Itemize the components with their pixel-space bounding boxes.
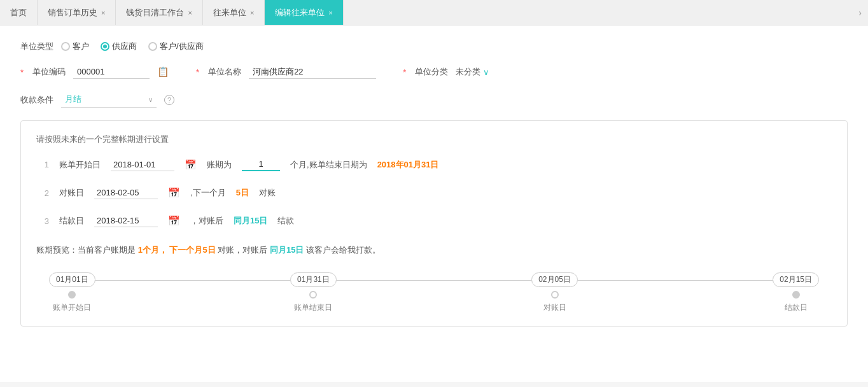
unit-name-star: * <box>196 67 199 77</box>
step-1-row: 1 账单开始日 📅 账期为 个月,账单结束日期为 2018年01月31日 <box>36 158 832 171</box>
timeline-dot-3 <box>551 291 559 299</box>
unit-type-label: 单位类型 <box>20 41 53 52</box>
unit-code-star: * <box>20 67 24 77</box>
tab-home-label: 首页 <box>10 7 27 18</box>
step-1-text-after: 个月,账单结束日期为 <box>290 159 367 171</box>
preview-part2: 下一个月5日 <box>169 245 215 255</box>
tab-cash-work-close[interactable]: × <box>188 9 192 17</box>
step-2-num: 2 <box>36 188 49 198</box>
timeline-label-2: 账单结束日 <box>294 302 332 313</box>
tabs-more-button[interactable]: › <box>852 0 868 25</box>
timeline-dot-1 <box>68 291 76 299</box>
unit-category-value: 未分类 <box>456 66 480 78</box>
preview-mid: 对账，对账后 <box>218 245 267 255</box>
tab-edit-partner-label: 编辑往来单位 <box>275 7 325 18</box>
tab-edit-partner[interactable]: 编辑往来单位 × <box>265 0 343 25</box>
timeline-points: 01月01日 账单开始日 01月31日 账单结束日 02月05日 <box>49 272 819 313</box>
unit-category-arrow-icon: ∨ <box>483 67 489 77</box>
step-3-calendar-icon[interactable]: 📅 <box>168 215 180 227</box>
timeline-point-4: 02月15日 结款日 <box>773 272 819 313</box>
radio-customer-circle <box>61 42 70 51</box>
unit-category-star: * <box>403 67 406 77</box>
payment-condition-arrow-icon: ∨ <box>148 96 153 103</box>
tab-edit-partner-close[interactable]: × <box>328 9 332 17</box>
step-2-label: 对账日 <box>59 187 84 199</box>
step-3-date-input[interactable] <box>94 215 158 227</box>
preview-end: 该客户会给我打款。 <box>306 245 381 255</box>
radio-both-label: 客户/供应商 <box>160 41 204 52</box>
radio-customer[interactable]: 客户 <box>61 41 89 52</box>
step-3-num: 3 <box>36 216 49 226</box>
step-3-label: 结款日 <box>59 215 84 227</box>
unit-category-select[interactable]: 未分类 ∨ <box>456 66 557 78</box>
timeline-badge-3: 02月05日 <box>531 272 578 287</box>
tabs-bar: 首页 销售订单历史 × 钱货日清工作台 × 往来单位 × 编辑往来单位 × › <box>0 0 868 25</box>
radio-both[interactable]: 客户/供应商 <box>148 41 204 52</box>
preview-text: 账期预览：当前客户账期是 1个月， 下一个月5日 对账，对账后 同月15日 该客… <box>36 243 832 257</box>
timeline-point-2: 01月31日 账单结束日 <box>290 272 337 313</box>
radio-both-circle <box>148 42 157 51</box>
unit-name-label: 单位名称 <box>208 66 241 78</box>
timeline-label-3: 对账日 <box>543 302 566 313</box>
step-2-calendar-icon[interactable]: 📅 <box>168 187 180 199</box>
step-1-text-before: 账期为 <box>207 159 232 171</box>
unit-code-label: 单位编码 <box>32 66 66 78</box>
unit-name-input[interactable] <box>249 65 376 79</box>
unit-type-row: 单位类型 客户 供应商 客户/供应商 <box>20 41 848 52</box>
radio-supplier[interactable]: 供应商 <box>101 41 137 52</box>
step-3-text-before: ，对账后 <box>190 215 223 227</box>
step-3-row: 3 结款日 📅 ，对账后 同月15日 结款 <box>36 215 832 227</box>
step-2-text-end: 对账 <box>259 187 276 199</box>
help-icon[interactable]: ? <box>164 95 174 105</box>
step-3-text-end: 结款 <box>277 215 294 227</box>
tab-cash-work[interactable]: 钱货日清工作台 × <box>116 0 202 25</box>
step-2-row: 2 对账日 📅 ,下一个月 5日 对账 <box>36 186 832 199</box>
timeline-badge-2: 01月31日 <box>290 272 337 287</box>
tab-sales-history-label: 销售订单历史 <box>48 7 97 18</box>
timeline-label-4: 结款日 <box>785 302 808 313</box>
step-2-text-before: ,下一个月 <box>190 187 226 199</box>
timeline-dot-4 <box>792 291 800 299</box>
step-1-end-date: 2018年01月31日 <box>377 159 439 171</box>
timeline-dot-2 <box>309 291 317 299</box>
payment-condition-label: 收款条件 <box>20 94 53 106</box>
step-2-date-input[interactable] <box>94 186 158 199</box>
unit-code-calendar-icon[interactable]: 📋 <box>157 66 169 78</box>
timeline-badge-1: 01月01日 <box>49 272 95 287</box>
tab-partner-unit-close[interactable]: × <box>250 9 254 17</box>
tab-cash-work-label: 钱货日清工作台 <box>126 7 184 18</box>
timeline-point-3: 02月05日 对账日 <box>531 272 578 313</box>
payment-condition-dropdown[interactable]: 月结 ∨ <box>61 92 157 108</box>
timeline-connector-3 <box>578 280 773 281</box>
timeline-point-1: 01月01日 账单开始日 <box>49 272 95 313</box>
tab-sales-history[interactable]: 销售订单历史 × <box>38 0 116 25</box>
step-1-num: 1 <box>36 160 49 169</box>
step-1-calendar-icon[interactable]: 📅 <box>185 159 197 171</box>
tab-sales-history-close[interactable]: × <box>101 9 105 17</box>
step-3-highlight: 同月15日 <box>234 215 267 227</box>
tab-partner-unit[interactable]: 往来单位 × <box>203 0 265 25</box>
step-1-period-input[interactable] <box>242 158 280 171</box>
step-1-date-input[interactable] <box>111 158 174 171</box>
content-area: 单位类型 客户 供应商 客户/供应商 * 单位编码 📋 * 单位名称 * 单位分… <box>0 25 868 382</box>
preview-part3: 同月15日 <box>270 245 304 255</box>
step-2-highlight: 5日 <box>236 187 249 199</box>
timeline-label-1: 账单开始日 <box>53 302 91 313</box>
step-1-label: 账单开始日 <box>59 159 101 171</box>
unit-code-input[interactable] <box>73 65 150 79</box>
payment-condition-value: 月结 <box>65 94 146 105</box>
tab-home[interactable]: 首页 <box>0 0 38 25</box>
radio-supplier-circle <box>101 42 109 51</box>
radio-supplier-label: 供应商 <box>112 41 137 52</box>
preview-part1: 1个月， <box>138 245 167 255</box>
preview-label: 账期预览：当前客户账期是 <box>36 245 136 255</box>
timeline-connector-2 <box>337 280 531 281</box>
unit-type-radio-group: 客户 供应商 客户/供应商 <box>61 41 204 52</box>
timeline-badge-4: 02月15日 <box>773 272 819 287</box>
period-section: 请按照未来的一个完整帐期进行设置 1 账单开始日 📅 账期为 个月,账单结束日期… <box>20 120 848 327</box>
tab-partner-unit-label: 往来单位 <box>213 7 246 18</box>
section-title: 请按照未来的一个完整帐期进行设置 <box>36 134 832 145</box>
timeline-connector-1 <box>95 280 290 281</box>
radio-customer-label: 客户 <box>73 41 89 52</box>
unit-info-row: * 单位编码 📋 * 单位名称 * 单位分类 未分类 ∨ <box>20 65 848 79</box>
